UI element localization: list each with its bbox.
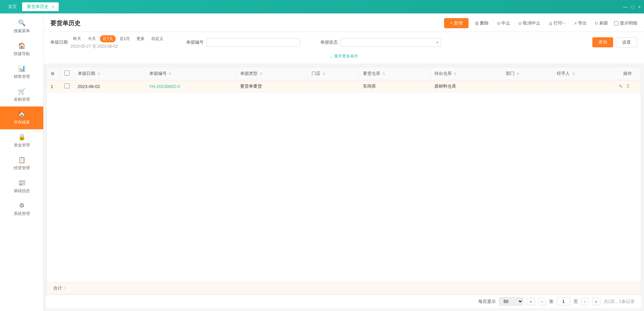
sidebar-item-basic-info[interactable]: 📰 基础信息 [0, 175, 43, 198]
doc-status-select[interactable] [340, 38, 441, 47]
delete-button[interactable]: 🗑 删除 [473, 19, 491, 28]
main-content: 要货单历史 + 新增 🗑 删除 ⊘ 中止 ⊘ 取消中止 [44, 13, 644, 311]
tab-requisition-history[interactable]: 要货单历史 × [22, 2, 59, 11]
sort-icon-doc-type: ⇅ [260, 72, 263, 76]
sidebar-item-search-menu[interactable]: 🔍 搜索菜单 [0, 15, 43, 38]
inventory-icon: 🏠 [18, 110, 25, 118]
close-tab-icon[interactable]: × [52, 5, 54, 9]
cell-checkbox [60, 80, 73, 93]
col-handler[interactable]: 经手人 ⇅ [553, 67, 614, 80]
date-chip-more[interactable]: 更多 [134, 35, 147, 42]
table-container: ⚙ 单据日期 ⇅ 单据编号 ⇅ [46, 67, 641, 294]
edit-action-icon[interactable]: ✎ [618, 83, 624, 90]
footer-label: 合计： [53, 285, 66, 291]
select-all-checkbox[interactable] [64, 71, 69, 76]
basic-info-icon: 📰 [18, 179, 25, 186]
sort-icon-pending-warehouse: ⇅ [454, 72, 457, 76]
finance-icon: 🔒 [18, 133, 25, 141]
print-button[interactable]: 🖨 打印 ▾ [546, 19, 567, 28]
chevron-down-icon: ⌄ [329, 54, 333, 59]
page-title: 要货单历史 [50, 19, 80, 27]
prev-page-button[interactable]: ‹ [538, 298, 546, 305]
sidebar-item-sales-mgmt[interactable]: 📊 销售管理 [0, 61, 43, 84]
col-doc-no[interactable]: 单据编号 ⇅ [145, 67, 236, 80]
col-settings[interactable]: ⚙ [47, 67, 60, 80]
search-icon: 🔍 [18, 19, 25, 27]
tab-home[interactable]: 首页 [3, 2, 21, 11]
date-chips: 昨天 今天 近7天 近1月 更多 自定义 [70, 35, 166, 42]
doc-no-label: 单据编号 [186, 39, 204, 45]
doc-no-input[interactable] [206, 38, 300, 47]
sidebar-item-system-mgmt[interactable]: ⚙ 系统管理 [0, 198, 43, 221]
date-chip-7days[interactable]: 近7天 [100, 35, 116, 42]
refresh-icon: ↻ [595, 21, 598, 26]
table-scroll[interactable]: ⚙ 单据日期 ⇅ 单据编号 ⇅ [47, 67, 641, 282]
query-button[interactable]: 查询 [592, 37, 613, 47]
doc-status-label: 单据状态 [320, 39, 338, 45]
page-input-prefix: 第 [549, 299, 553, 305]
minimize-btn[interactable]: — [623, 4, 628, 9]
close-btn[interactable]: × [638, 4, 641, 9]
sort-icon-department: ⇅ [517, 72, 519, 76]
last-page-button[interactable]: » [592, 298, 600, 305]
expand-more-btn[interactable]: ⌄ 展开更多条件 [50, 52, 637, 60]
filter-area: 单据日期 昨天 今天 近7天 近1月 更多 自定义 2023-05-27 至 2… [44, 32, 644, 64]
sidebar-item-operations-mgmt[interactable]: 📋 经营管理 [0, 152, 43, 175]
col-req-warehouse[interactable]: 要货仓库 ⇅ [359, 67, 430, 80]
date-chip-yesterday[interactable]: 昨天 [70, 35, 84, 42]
date-chip-1month[interactable]: 近1月 [117, 35, 133, 42]
main-layout: 🔍 搜索菜单 🏠 快捷导航 📊 销售管理 🛒 采购管理 🏠 库存核算 🔒 资金管… [0, 13, 644, 311]
refresh-button[interactable]: ↻ 刷新 [593, 19, 610, 28]
first-page-button[interactable]: « [527, 298, 535, 305]
print-dropdown-icon[interactable]: ▾ [564, 21, 565, 25]
cell-doc-no[interactable]: YH-20230602-0 [145, 80, 236, 93]
cell-store [308, 80, 359, 93]
col-department[interactable]: 部门 ⇅ [501, 67, 553, 80]
col-doc-date[interactable]: 单据日期 ⇅ [73, 67, 145, 80]
purchase-icon: 🛒 [18, 88, 25, 95]
cell-doc-type: 要货单要货 [236, 80, 308, 93]
system-icon: ⚙ [19, 202, 24, 209]
top-bar: 首页 要货单历史 × — □ × [0, 0, 644, 13]
toolbar: + 新增 🗑 删除 ⊘ 中止 ⊘ 取消中止 🖨 打 [444, 18, 637, 28]
sort-icon-handler: ⇅ [572, 72, 575, 76]
add-button[interactable]: + 新增 [444, 18, 469, 28]
date-chip-today[interactable]: 今天 [85, 35, 99, 42]
cell-doc-date: 2023-06-02 [73, 80, 145, 93]
maximize-btn[interactable]: □ [632, 4, 634, 9]
sidebar-item-purchase-mgmt[interactable]: 🛒 采购管理 [0, 84, 43, 106]
doc-no-link[interactable]: YH-20230602-0 [149, 84, 180, 89]
table-footer: 合计： [47, 282, 641, 294]
window-controls: — □ × [623, 4, 641, 9]
col-pending-warehouse[interactable]: 待出仓库 ⇅ [430, 67, 501, 80]
stop-button[interactable]: ⊘ 中止 [495, 19, 512, 28]
data-table: ⚙ 单据日期 ⇅ 单据编号 ⇅ [47, 67, 641, 93]
col-doc-type[interactable]: 单据类型 ⇅ [236, 67, 308, 80]
stop-icon: ⊘ [497, 21, 500, 26]
next-page-button[interactable]: › [581, 298, 589, 305]
more-action-icon[interactable]: ⠿ [626, 83, 630, 90]
sidebar-item-finance-mgmt[interactable]: 🔒 资金管理 [0, 129, 43, 152]
col-checkbox [60, 67, 73, 80]
sidebar-item-inventory[interactable]: 🏠 库存核算 [0, 106, 43, 129]
col-store[interactable]: 门店 ⇅ [308, 67, 359, 80]
export-button[interactable]: ↗ 导出 [571, 19, 589, 28]
table-header-row: ⚙ 单据日期 ⇅ 单据编号 ⇅ [47, 67, 641, 80]
sidebar-item-shortcut-nav[interactable]: 🏠 快捷导航 [0, 38, 43, 61]
cancel-stop-button[interactable]: ⊘ 取消中止 [516, 19, 542, 28]
cell-actions: ✎ ⠿ [614, 80, 641, 93]
display-detail-checkbox[interactable] [614, 21, 619, 26]
date-range-display: 2023-05-27 至 2023-06-02 [70, 44, 166, 49]
filter-action-btns: 查询 设置 [592, 37, 637, 47]
row-checkbox[interactable] [64, 83, 69, 88]
date-chip-custom[interactable]: 自定义 [149, 35, 166, 42]
page-number-input[interactable] [557, 298, 570, 305]
page-size-select[interactable]: 20 50 100 200 [499, 297, 523, 306]
operations-icon: 📋 [18, 156, 25, 164]
page-size-wrapper: 20 50 100 200 [499, 297, 523, 306]
filter-row-1: 单据日期 昨天 今天 近7天 近1月 更多 自定义 2023-05-27 至 2… [50, 35, 637, 49]
display-detail-toggle[interactable]: 显示明细 [614, 20, 637, 26]
settings-button[interactable]: 设置 [616, 37, 637, 47]
date-filter-label: 单据日期 [50, 39, 68, 45]
page-header: 要货单历史 + 新增 🗑 删除 ⊘ 中止 ⊘ 取消中止 [44, 13, 644, 32]
